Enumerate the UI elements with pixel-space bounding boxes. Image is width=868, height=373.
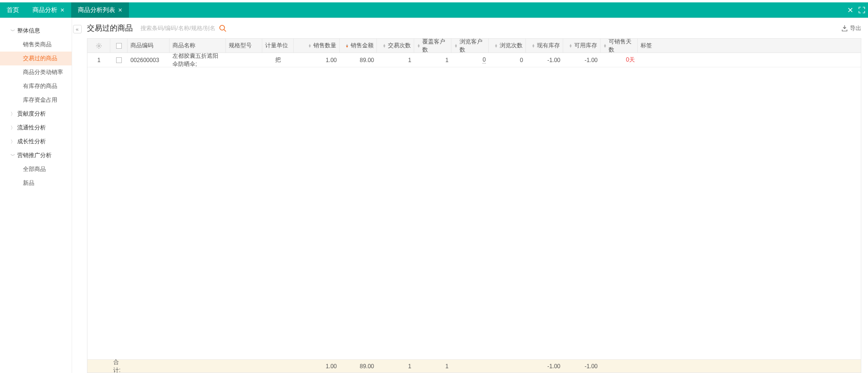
- tab-home[interactable]: 首页: [0, 2, 26, 18]
- chevron-right-icon: 〉: [11, 111, 15, 117]
- th-code[interactable]: 商品编码: [128, 39, 170, 53]
- sidebar-item-stock-funds[interactable]: 库存资金占用: [0, 93, 72, 107]
- table-footer: 合计: 1.00 89.00 1 1 -1.00 -1.00: [87, 359, 861, 373]
- th-spec[interactable]: 规格型号: [226, 39, 262, 53]
- th-browsecust[interactable]: ▲▼ 浏览客户数: [451, 39, 489, 53]
- sidebar-group-contribution[interactable]: 〉 贡献度分析: [0, 107, 72, 121]
- th-stock[interactable]: ▲▼ 现有库存: [526, 39, 563, 53]
- close-all-icon[interactable]: [847, 7, 854, 13]
- tf-stock: -1.00: [526, 360, 563, 373]
- sidebar-group-label: 成长性分析: [17, 138, 46, 146]
- search-input[interactable]: [139, 23, 216, 33]
- sidebar-group-marketing[interactable]: ﹀ 营销推广分析: [0, 149, 72, 162]
- sidebar-item-new-products[interactable]: 新品: [0, 176, 72, 190]
- sort-icon: ▲▼: [603, 44, 607, 48]
- th-label: 规格型号: [229, 42, 252, 50]
- chevron-down-icon: ﹀: [11, 28, 15, 34]
- main-header: 交易过的商品 导出: [87, 23, 861, 33]
- tf-deal: 1: [377, 360, 414, 373]
- tf-days: [600, 360, 638, 373]
- th-label: 可销售天数: [609, 38, 634, 54]
- sort-icon: ▲▼: [454, 44, 458, 48]
- search-icon[interactable]: [219, 24, 226, 32]
- th-unit[interactable]: 计量单位: [262, 39, 294, 53]
- sidebar-group-growth[interactable]: 〉 成长性分析: [0, 135, 72, 149]
- svg-point-2: [98, 45, 100, 47]
- th-label: 可用库存: [574, 42, 597, 50]
- th-qty[interactable]: ▲▼ 销售数量: [294, 39, 340, 53]
- th-days[interactable]: ▲▼ 可销售天数: [600, 39, 638, 53]
- checkbox-icon[interactable]: [116, 57, 122, 63]
- sidebar-collapse-col: «: [72, 18, 82, 373]
- th-cust[interactable]: ▲▼ 覆盖客户数: [414, 39, 451, 53]
- tf-amt: 89.00: [340, 360, 377, 373]
- td-cust: 1: [414, 53, 451, 67]
- th-tag[interactable]: 标签: [638, 39, 861, 53]
- checkbox-icon[interactable]: [116, 43, 122, 49]
- tab-product-analysis[interactable]: 商品分析 ✕: [26, 2, 71, 18]
- tf-avail: -1.00: [563, 360, 600, 373]
- sidebar-group-label: 营销推广分析: [17, 151, 52, 160]
- sort-icon: ▲▼: [345, 44, 349, 48]
- svg-line-1: [224, 30, 226, 32]
- th-label: 覆盖客户数: [422, 38, 448, 54]
- th-label: 商品编码: [130, 42, 153, 50]
- tf-blank: [638, 360, 861, 373]
- sidebar-item-all-products[interactable]: 全部商品: [0, 162, 72, 176]
- td-deal: 1: [377, 53, 414, 67]
- sidebar-item-sales-products[interactable]: 销售类商品: [0, 38, 72, 52]
- th-browse[interactable]: ▲▼ 浏览次数: [489, 39, 526, 53]
- th-checkbox[interactable]: [110, 39, 128, 53]
- th-amt[interactable]: ▲▼ 销售金额: [340, 39, 377, 53]
- sidebar-group-label: 贡献度分析: [17, 110, 46, 118]
- th-label: 浏览客户数: [460, 38, 485, 54]
- td-days: 0天: [600, 53, 638, 67]
- tf-blank: [262, 360, 294, 373]
- td-browsecust[interactable]: 0: [451, 53, 489, 67]
- th-deal[interactable]: ▲▼ 交易次数: [377, 39, 414, 53]
- th-label: 交易次数: [388, 42, 411, 50]
- table-row[interactable]: 1 002600003 左都胶囊五折遮阳伞防晒伞; 把 1.00 89.00 1…: [87, 53, 861, 67]
- tab-product-analysis-list[interactable]: 商品分析列表 ✕: [71, 2, 129, 18]
- td-amt: 89.00: [340, 53, 377, 67]
- fullscreen-icon[interactable]: [858, 7, 865, 13]
- tf-qty: 1.00: [294, 360, 340, 373]
- sidebar-item-in-stock[interactable]: 有库存的商品: [0, 79, 72, 93]
- sidebar-group-label: 整体信息: [17, 27, 40, 35]
- td-spec: [226, 53, 262, 67]
- th-label: 浏览次数: [500, 42, 523, 50]
- td-value: 0: [482, 56, 486, 64]
- sidebar-group-overall[interactable]: ﹀ 整体信息: [0, 24, 72, 38]
- tab-label: 商品分析: [32, 6, 57, 14]
- close-icon[interactable]: ✕: [118, 7, 122, 13]
- th-avail[interactable]: ▲▼ 可用库存: [563, 39, 600, 53]
- sort-icon: ▲▼: [569, 44, 572, 48]
- th-label: 销售金额: [351, 42, 374, 50]
- sidebar-item-category-rate[interactable]: 商品分类动销率: [0, 65, 72, 79]
- td-avail: -1.00: [563, 53, 600, 67]
- chevron-right-icon: 〉: [11, 125, 15, 131]
- tf-blank: [170, 360, 226, 373]
- tf-blank: [226, 360, 262, 373]
- td-qty: 1.00: [294, 53, 340, 67]
- th-settings[interactable]: [87, 39, 110, 53]
- close-icon[interactable]: ✕: [60, 7, 64, 13]
- table-header: 商品编码 商品名称 规格型号 计量单位 ▲▼ 销售数量 ▲▼ 销售金额 ▲▼ 交…: [87, 39, 861, 53]
- td-idx: 1: [87, 53, 110, 67]
- th-label: 计量单位: [265, 42, 288, 50]
- export-button[interactable]: 导出: [841, 24, 861, 32]
- tab-bar: 首页 商品分析 ✕ 商品分析列表 ✕: [0, 2, 868, 18]
- th-name[interactable]: 商品名称: [170, 39, 226, 53]
- export-icon: [841, 25, 848, 32]
- th-label: 商品名称: [172, 42, 195, 50]
- td-checkbox[interactable]: [110, 53, 128, 67]
- th-label: 标签: [641, 42, 652, 50]
- double-chevron-left-icon: «: [75, 26, 78, 32]
- td-unit: 把: [262, 53, 294, 67]
- sidebar-item-traded-products[interactable]: 交易过的商品: [0, 52, 72, 65]
- collapse-sidebar-button[interactable]: «: [73, 25, 82, 33]
- tf-blank: [128, 360, 170, 373]
- sidebar-group-liquidity[interactable]: 〉 流通性分析: [0, 121, 72, 135]
- tf-browsecust: [451, 360, 489, 373]
- tf-cust: 1: [414, 360, 451, 373]
